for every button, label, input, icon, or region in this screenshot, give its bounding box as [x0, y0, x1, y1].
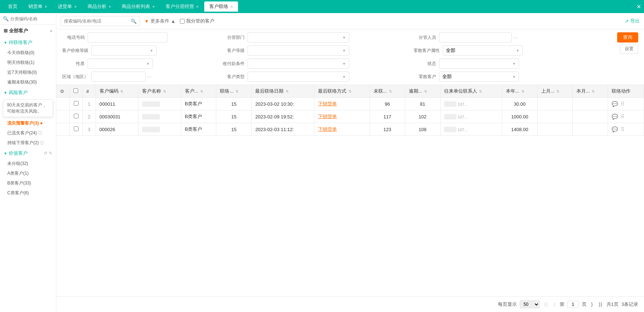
sidebar-search-input[interactable]	[10, 16, 56, 21]
sidebar-item-b-class[interactable]: B类客户(33)	[0, 178, 56, 188]
retail-attr-select[interactable]: 全部 ▼	[443, 45, 523, 56]
tab-customer-contact[interactable]: 客户联络 ×	[204, 1, 238, 12]
person-input[interactable]	[439, 32, 512, 42]
last-page-btn[interactable]: ⟩⟩	[597, 301, 604, 307]
th-name[interactable]: 客户名称 ⇅	[138, 85, 181, 98]
page-label: 第	[560, 301, 564, 308]
action-more-icon-2[interactable]: ⠿	[621, 126, 624, 132]
th-code[interactable]: 客户编码 ⇅	[96, 85, 138, 98]
tab-sales[interactable]: 销货单 ×	[23, 1, 52, 12]
page-number-input[interactable]	[567, 301, 579, 308]
area-dots[interactable]: ···	[146, 74, 153, 80]
th-last-contact-date[interactable]: 最后联络日期 ⇅	[251, 85, 314, 98]
row-checkbox-1[interactable]	[74, 114, 79, 118]
cell-date-1: 2023-02-09 19:52:	[251, 110, 314, 123]
sidebar-all-customers[interactable]: ⊞ 全部客户 «	[0, 25, 56, 37]
th-type[interactable]: 客户... ⇅	[181, 85, 216, 98]
main-search-icon[interactable]: 🔍	[131, 19, 137, 24]
action-chat-icon-1[interactable]: 💬	[612, 114, 618, 119]
th-this-month[interactable]: 本月... ⇅	[572, 85, 608, 98]
export-btn[interactable]: ↗ 导出	[625, 18, 640, 24]
tab-customer-segment[interactable]: 客户分层经营 ×	[161, 1, 204, 12]
cell-method-0[interactable]: 下销货单	[314, 98, 370, 110]
th-this-year[interactable]: 本年... ⇅	[502, 85, 538, 98]
row-checkbox-0[interactable]	[74, 101, 79, 106]
select-all-checkbox[interactable]	[73, 88, 78, 93]
sidebar-item-overdue[interactable]: 逾期未联络(30)	[0, 77, 56, 87]
th-gear[interactable]: ⚙	[56, 85, 69, 98]
sidebar-item-a-class[interactable]: A类客户(1)	[0, 169, 56, 178]
phone-input[interactable]	[88, 32, 168, 42]
action-chat-icon-0[interactable]: 💬	[612, 101, 618, 107]
sidebar-item-churned[interactable]: 已流失客户(24) ⓘ	[0, 128, 56, 138]
th-contact[interactable]: 联络... ⇅	[216, 85, 251, 98]
tab-purchase[interactable]: 进货单 ×	[53, 1, 81, 12]
dept-select[interactable]: ▼	[247, 32, 349, 42]
gear-icon[interactable]: ⚙	[60, 89, 64, 94]
close-window-btn[interactable]: ✕	[636, 3, 641, 10]
tab-analysis-list[interactable]: 商品分析列表 ×	[117, 1, 160, 12]
gender-select[interactable]: ▼	[88, 58, 153, 69]
settings-btn[interactable]: 设置	[620, 44, 638, 54]
th-checkbox[interactable]	[69, 85, 82, 98]
sidebar-item-today[interactable]: 今天待联络(0)	[0, 48, 56, 58]
prev-page-btn[interactable]: ⟨	[552, 301, 557, 307]
page-size-select[interactable]: 50 20 100	[520, 300, 540, 308]
retail-customer-select[interactable]: 全部 ▼	[439, 72, 519, 82]
sidebar-item-7days[interactable]: 近7天待联络(0)	[0, 68, 56, 77]
filter-area: 区域（地区） ···	[62, 72, 222, 82]
tab-sales-close[interactable]: ×	[45, 4, 47, 9]
sidebar-item-churn-warning[interactable]: 流失预警客户(3) ●	[0, 118, 56, 128]
action-more-icon-1[interactable]: ⠿	[621, 114, 624, 119]
sidebar-collapse-icon[interactable]: «	[50, 28, 52, 33]
tab-analysis[interactable]: 商品分析 ×	[82, 1, 116, 12]
th-last-month[interactable]: 上月... ⇅	[537, 85, 572, 98]
price-level-select[interactable]: ▼	[91, 45, 157, 56]
retail-customer-label: 零散客户	[414, 74, 439, 80]
action-chat-icon-2[interactable]: 💬	[612, 126, 618, 132]
tab-home[interactable]: 首页	[3, 1, 23, 12]
sidebar-item-c-class[interactable]: C类客户(6)	[0, 188, 56, 198]
th-overdue[interactable]: 逾期... ⇅	[405, 85, 440, 98]
first-page-btn[interactable]: ⟨⟨	[543, 301, 549, 307]
tab-purchase-close[interactable]: ×	[74, 4, 76, 9]
my-customers-checkbox-label[interactable]: 我分管的客户	[180, 18, 214, 24]
customer-level-select[interactable]: ▼	[247, 45, 349, 56]
sidebar-section-risk[interactable]: ▼ 风险客户	[0, 87, 56, 98]
cell-method-2[interactable]: 下销货单	[314, 123, 370, 136]
action-more-icon-0[interactable]: ⠿	[621, 101, 624, 107]
tab-analysis-list-close[interactable]: ×	[152, 4, 154, 9]
sidebar-section-pending[interactable]: ▼ 待联络客户	[0, 37, 56, 48]
dept-select-arrow: ▼	[342, 36, 346, 40]
row-checkbox-2[interactable]	[74, 126, 79, 131]
customer-type-select[interactable]: ▼	[247, 72, 349, 82]
cell-uncontacted-0: 96	[370, 98, 405, 110]
tab-customer-contact-close[interactable]: ×	[230, 4, 233, 9]
filter-row-3: 性质 ▼ 收付款条件 ▼ 状态	[62, 58, 638, 69]
tab-customer-segment-close[interactable]: ×	[196, 4, 198, 9]
value-refresh-icon[interactable]: ↺	[44, 151, 47, 156]
sidebar-section-value[interactable]: ▼ 价值客户 ↺ ✎	[0, 148, 56, 159]
payment-select[interactable]: ▼	[247, 58, 349, 69]
more-filter-btn[interactable]: ▼ 更多条件 ▲	[144, 18, 176, 24]
sidebar-item-tomorrow[interactable]: 明天待联络(1)	[0, 58, 56, 68]
value-edit-icon[interactable]: ✎	[49, 151, 52, 156]
area-input[interactable]	[91, 72, 146, 82]
cell-method-1[interactable]: 下销货单	[314, 110, 370, 123]
tab-analysis-close[interactable]: ×	[109, 4, 111, 9]
query-btn[interactable]: 查询	[617, 32, 638, 42]
person-dots[interactable]: ···	[512, 35, 519, 40]
th-last-contact-method[interactable]: 最后联络方式 ⇅	[314, 85, 370, 98]
main-search-input[interactable]	[64, 19, 129, 24]
next-page-btn[interactable]: ⟩	[589, 301, 594, 307]
cell-check-2[interactable]	[69, 123, 82, 136]
th-uncontacted[interactable]: 未联... ⇅	[370, 85, 405, 98]
content-area: 🔍 ▼ 更多条件 ▲ 我分管的客户 ↗ 导出 电话号码	[56, 13, 644, 312]
cell-check-1[interactable]	[69, 110, 82, 123]
th-unit-contact[interactable]: 往来单位联系人 ⇅	[440, 85, 502, 98]
my-customers-checkbox[interactable]	[180, 19, 185, 24]
cell-check-0[interactable]	[69, 98, 82, 110]
status-select[interactable]: ▼	[439, 58, 519, 69]
sidebar-item-ungrouped[interactable]: 未分组(32)	[0, 159, 56, 169]
sidebar-item-declining[interactable]: 持续下滑客户(2) ⓘ	[0, 138, 56, 148]
